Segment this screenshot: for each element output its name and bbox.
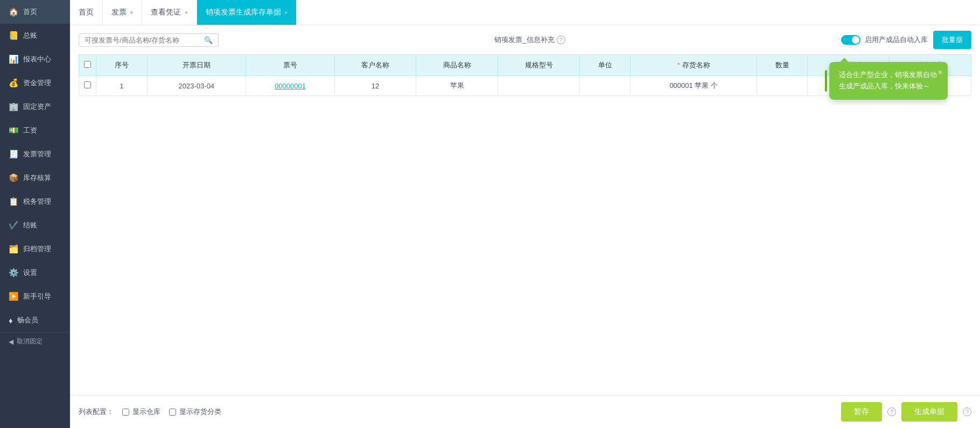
info-label: 销项发票_信息补充 ? xyxy=(224,35,836,45)
invoice-icon: 🧾 xyxy=(9,149,19,159)
sidebar-item-funds[interactable]: 💰 资金管理 xyxy=(0,71,70,95)
guide-icon: ▶️ xyxy=(9,292,19,301)
row-customer: 12 xyxy=(334,76,416,96)
tab-home[interactable]: 首页 xyxy=(70,0,103,25)
row-quantity xyxy=(757,76,808,96)
footer-actions: 暂存 ? 生成单据 ? xyxy=(841,402,971,422)
header-invoice-no: 票号 xyxy=(246,55,335,76)
show-inventory-category-checkbox-group[interactable]: 显示存货分类 xyxy=(169,407,221,417)
tab-view-voucher-close[interactable]: × xyxy=(184,9,187,16)
tooltip-text: 适合生产型企业，销项发票自动生成产成品入库，快来体验～ xyxy=(839,71,937,90)
header-quantity: 数量 xyxy=(757,55,808,76)
sidebar-item-tax[interactable]: 📋 税务管理 xyxy=(0,190,70,213)
info-help-icon[interactable]: ? xyxy=(557,36,565,44)
tab-invoice[interactable]: 发票 × xyxy=(103,0,142,25)
tooltip-popup: × 适合生产型企业，销项发票自动生成产成品入库，快来体验～ xyxy=(829,62,948,100)
tab-view-voucher[interactable]: 查看凭证 × xyxy=(142,0,197,25)
save-help-icon[interactable]: ? xyxy=(887,408,896,416)
toolbar: 🔍 销项发票_信息补充 ? 启用产成品自动入库 批量据 xyxy=(70,25,980,54)
sidebar-item-invoice-mgmt[interactable]: 🧾 发票管理 xyxy=(0,142,70,166)
row-unit xyxy=(579,76,631,96)
tab-cancel-invoice-close[interactable]: × xyxy=(284,9,288,16)
settings-icon: ⚙️ xyxy=(9,268,19,278)
archive-icon: 🗂️ xyxy=(9,244,19,254)
funds-icon: 💰 xyxy=(9,78,19,88)
sidebar-item-vip[interactable]: ♦ 畅会员 xyxy=(0,308,70,332)
batch-button[interactable]: 批量据 xyxy=(933,31,971,49)
row-invoice-no[interactable]: 00000001 xyxy=(246,76,335,96)
header-unit: 单位 xyxy=(579,55,631,76)
footer: 列表配置： 显示仓库 显示存货分类 暂存 ? 生成单据 ? xyxy=(70,395,980,428)
sidebar-item-inventory[interactable]: 📦 库存核算 xyxy=(0,166,70,190)
sidebar-item-archive[interactable]: 🗂️ 归档管理 xyxy=(0,237,70,261)
row-inventory: 000001 苹果 个 xyxy=(631,76,757,96)
row-checkbox-cell[interactable] xyxy=(79,76,96,96)
search-icon: 🔍 xyxy=(204,36,213,44)
sidebar: 🏠 首页 📒 总账 📊 报表中心 💰 资金管理 🏢 固定资产 💵 工资 🧾 发票… xyxy=(0,0,70,428)
list-config-label: 列表配置： xyxy=(79,407,114,417)
table-wrapper: 序号 开票日期 票号 客户名称 商品名称 规格型号 单位 * 存货名称 数量 销… xyxy=(70,54,980,395)
unpin-button[interactable]: ◀ 取消固定 xyxy=(0,332,70,350)
home-icon: 🏠 xyxy=(9,7,19,17)
row-seq: 1 xyxy=(96,76,148,96)
generate-button[interactable]: 生成单据 xyxy=(901,402,957,422)
sidebar-item-payroll[interactable]: 💵 工资 xyxy=(0,119,70,142)
show-warehouse-checkbox[interactable] xyxy=(122,409,129,416)
row-date: 2023-03-04 xyxy=(147,76,246,96)
search-input[interactable] xyxy=(85,36,201,44)
sidebar-item-fixed-assets[interactable]: 🏢 固定资产 xyxy=(0,95,70,119)
header-date: 开票日期 xyxy=(147,55,246,76)
pin-icon: ◀ xyxy=(9,338,13,346)
payroll-icon: 💵 xyxy=(9,126,19,135)
tab-bar: 首页 发票 × 查看凭证 × 销项发票生成库存单据 × xyxy=(70,0,980,25)
show-warehouse-checkbox-group[interactable]: 显示仓库 xyxy=(122,407,160,417)
tooltip-close-button[interactable]: × xyxy=(938,66,942,78)
tooltip-indicator xyxy=(825,70,827,92)
toggle-label: 启用产成品自动入库 xyxy=(865,35,928,45)
show-inventory-category-checkbox[interactable] xyxy=(169,409,176,416)
vip-icon: ♦ xyxy=(9,316,13,325)
row-product: 苹果 xyxy=(416,76,498,96)
row-spec xyxy=(498,76,580,96)
sidebar-item-settings[interactable]: ⚙️ 设置 xyxy=(0,261,70,285)
sidebar-item-settlement[interactable]: ✔️ 结账 xyxy=(0,213,70,237)
header-seq: 序号 xyxy=(96,55,148,76)
sidebar-item-reports[interactable]: 📊 报表中心 xyxy=(0,47,70,71)
header-checkbox-col[interactable] xyxy=(79,55,96,76)
settlement-icon: ✔️ xyxy=(9,220,19,230)
sidebar-item-guide[interactable]: ▶️ 新手引导 xyxy=(0,285,70,308)
generate-help-icon[interactable]: ? xyxy=(963,408,971,416)
header-customer: 客户名称 xyxy=(334,55,416,76)
tax-icon: 📋 xyxy=(9,197,19,206)
assets-icon: 🏢 xyxy=(9,102,19,112)
tab-cancel-invoice[interactable]: 销项发票生成库存单据 × xyxy=(197,0,297,25)
search-box[interactable]: 🔍 xyxy=(79,33,219,47)
row-checkbox[interactable] xyxy=(84,81,91,88)
tab-invoice-close[interactable]: × xyxy=(130,9,133,16)
header-inventory: * 存货名称 xyxy=(631,55,757,76)
header-product: 商品名称 xyxy=(416,55,498,76)
save-button[interactable]: 暂存 xyxy=(841,402,882,422)
inventory-icon: 📦 xyxy=(9,173,19,183)
sidebar-item-general-ledger[interactable]: 📒 总账 xyxy=(0,24,70,47)
toggle-area: 启用产成品自动入库 xyxy=(841,35,928,45)
auto-warehousing-toggle[interactable] xyxy=(841,35,860,45)
sidebar-item-home[interactable]: 🏠 首页 xyxy=(0,0,70,24)
ledger-icon: 📒 xyxy=(9,31,19,40)
select-all-checkbox[interactable] xyxy=(84,61,91,68)
reports-icon: 📊 xyxy=(9,54,19,64)
header-spec: 规格型号 xyxy=(498,55,580,76)
